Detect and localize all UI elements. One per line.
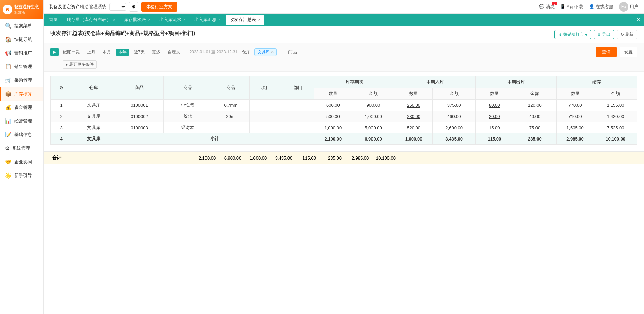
table-body: 1 文具库 0100001 中性笔 0.7mm 600.00 900.00 25… bbox=[51, 100, 637, 145]
app-download-action[interactable]: 📱 App下载 bbox=[560, 4, 583, 10]
th-out-amt: 金额 bbox=[513, 88, 557, 100]
settings-button[interactable]: ⚙ bbox=[129, 2, 138, 12]
tab-close-recv-send-summary[interactable]: × bbox=[258, 18, 260, 22]
date-this-year[interactable]: 本年 bbox=[116, 49, 129, 56]
message-icon: 💬 bbox=[539, 4, 544, 9]
sidebar-item-sales[interactable]: 📋销售管理 bbox=[0, 60, 43, 73]
sidebar-title: 畅捷通好生意 标准版 bbox=[14, 4, 39, 15]
tab-close-inout-flow[interactable]: × bbox=[183, 18, 185, 22]
th-period-in: 本期入库 bbox=[395, 76, 476, 88]
sidebar-item-quick-nav[interactable]: 🏠快捷导航 bbox=[0, 33, 43, 46]
sidebar-label-system: 系统管理 bbox=[12, 145, 30, 151]
goods-more-btn[interactable]: ... bbox=[301, 50, 304, 54]
sidebar-item-system[interactable]: ⚙系统管理 bbox=[0, 142, 43, 155]
footer-in-amt: 3,435.00 bbox=[270, 155, 297, 161]
cell-in-amt: 375.00 bbox=[432, 100, 476, 111]
th-goods-spec: 商品 bbox=[212, 76, 250, 100]
th-in-qty: 数量 bbox=[395, 88, 433, 100]
sidebar: 6 畅捷通好生意 标准版 🔍搜索菜单🏠快捷导航📢营销推广📋销售管理🛒采购管理📦库… bbox=[0, 0, 44, 314]
sidebar-header: 6 畅捷通好生意 标准版 bbox=[0, 0, 43, 19]
date-this-month[interactable]: 本月 bbox=[100, 49, 114, 56]
tab-inout-summary[interactable]: 出入库汇总× bbox=[190, 15, 225, 25]
cell-no: 2 bbox=[51, 111, 72, 122]
sidebar-item-guide[interactable]: 🌟新手引导 bbox=[0, 169, 43, 182]
sidebar-item-collab[interactable]: 🤝企业协同 bbox=[0, 155, 43, 169]
expand-conditions-btn[interactable]: ▾ 展开更多条件 bbox=[63, 60, 97, 69]
cell-in-qty[interactable]: 230.00 bbox=[395, 111, 433, 122]
tab-inout-flow[interactable]: 出入库流水× bbox=[155, 15, 189, 25]
trial-button[interactable]: 体验行业方案 bbox=[141, 2, 177, 12]
tab-recv-send-summary[interactable]: 收发存汇总表× bbox=[226, 15, 264, 25]
sidebar-item-marketing[interactable]: 📢营销推广 bbox=[0, 46, 43, 60]
tab-label-inventory-dist: 现存量（库存分布表） bbox=[67, 17, 111, 23]
export-button[interactable]: ⬇ 导出 bbox=[594, 30, 614, 39]
tab-inventory-dist[interactable]: 现存量（库存分布表）× bbox=[63, 15, 119, 25]
sidebar-item-search[interactable]: 🔍搜索菜单 bbox=[0, 19, 43, 33]
warehouse-tag-close[interactable]: × bbox=[271, 50, 274, 54]
cell-project bbox=[250, 122, 282, 133]
filter-toggle[interactable]: ▶ bbox=[50, 48, 59, 56]
cell-in-qty[interactable]: 250.00 bbox=[395, 100, 433, 111]
sidebar-label-guide: 新手引导 bbox=[14, 172, 32, 179]
cell-open-amt: 900.00 bbox=[352, 100, 395, 111]
sidebar-label-marketing: 营销推广 bbox=[14, 50, 32, 56]
date-7days[interactable]: 近7天 bbox=[131, 49, 147, 56]
online-service-action[interactable]: 👤 在线客服 bbox=[589, 4, 613, 10]
refresh-button[interactable]: ↻ 刷新 bbox=[617, 30, 637, 39]
cell-no: 1 bbox=[51, 100, 72, 111]
cell-out-qty[interactable]: 20.00 bbox=[476, 111, 513, 122]
footer-label: 合计 bbox=[52, 155, 195, 161]
user-action[interactable]: Ea 用户 bbox=[619, 2, 639, 12]
sidebar-item-inventory[interactable]: 📦库存核算 bbox=[0, 87, 43, 101]
sidebar-label-sales: 销售管理 bbox=[14, 64, 32, 70]
footer-open-qty: 2,100.00 bbox=[195, 155, 219, 161]
subtotal-open-amt: 6,900.00 bbox=[352, 133, 395, 145]
messages-action[interactable]: 💬 消息 6 bbox=[539, 4, 555, 10]
query-button[interactable]: 查询 bbox=[596, 47, 617, 57]
sidebar-item-basic-info[interactable]: 📝基础信息 bbox=[0, 128, 43, 142]
tab-home[interactable]: 首页 bbox=[45, 15, 62, 25]
sidebar-label-collab: 企业协同 bbox=[14, 159, 32, 165]
sidebar-item-finance[interactable]: 💰资金管理 bbox=[0, 101, 43, 114]
subtotal-in-qty[interactable]: 1,000.00 bbox=[395, 133, 433, 145]
goods-filter-label: 商品 bbox=[288, 49, 297, 55]
warehouse-more-btn[interactable]: ... bbox=[281, 50, 284, 54]
cell-out-qty[interactable]: 80.00 bbox=[476, 100, 513, 111]
cell-name: 胶水 bbox=[164, 111, 212, 122]
sidebar-label-search: 搜索菜单 bbox=[14, 23, 32, 29]
finance-icon: 💰 bbox=[5, 104, 12, 111]
subtotal-bal-qty: 2,985.00 bbox=[556, 133, 594, 145]
cell-warehouse: 文具库 bbox=[72, 122, 115, 133]
subtotal-out-amt: 235.00 bbox=[513, 133, 557, 145]
footer-bal-amt: 10,100.00 bbox=[372, 155, 399, 161]
collab-icon: 🤝 bbox=[5, 159, 12, 165]
th-open-amt: 金额 bbox=[352, 88, 395, 100]
user-label: 用户 bbox=[630, 4, 639, 10]
tab-close-batch[interactable]: × bbox=[148, 18, 150, 22]
subtotal-out-qty[interactable]: 115.00 bbox=[476, 133, 513, 145]
date-custom[interactable]: 自定义 bbox=[165, 49, 183, 56]
sidebar-label-basic-info: 基础信息 bbox=[14, 132, 32, 138]
basic-info-icon: 📝 bbox=[5, 132, 12, 138]
date-more[interactable]: 更多 bbox=[149, 49, 163, 56]
system-select[interactable] bbox=[109, 3, 126, 11]
print-button[interactable]: 🖨 拨销版打印 ▾ bbox=[554, 30, 591, 39]
warehouse-filter-label: 仓库 bbox=[242, 49, 250, 55]
tab-close-inventory-dist[interactable]: × bbox=[113, 18, 115, 22]
subtotal-row: 4 文具库 小计 2,100.00 6,900.00 1,000.00 3,43… bbox=[51, 133, 637, 145]
sidebar-item-purchase[interactable]: 🛒采购管理 bbox=[0, 73, 43, 87]
operations-icon: 📊 bbox=[5, 118, 12, 124]
table-setting-button[interactable]: 设置 bbox=[620, 47, 637, 57]
cell-out-qty[interactable]: 15.00 bbox=[476, 122, 513, 133]
th-settings[interactable]: ⚙ bbox=[51, 76, 72, 100]
warehouse-tag: 文具库 × bbox=[254, 48, 277, 56]
cell-in-qty[interactable]: 520.00 bbox=[395, 122, 433, 133]
date-options: 上月 本月 本年 近7天 更多 自定义 bbox=[84, 49, 183, 56]
main-content: 装备及固定资产辅助管理系统 ⚙ 体验行业方案 💬 消息 6 📱 App下载 👤 … bbox=[44, 0, 644, 314]
tab-close-inout-summary[interactable]: × bbox=[218, 18, 220, 22]
sidebar-item-operations[interactable]: 📊经营管理 bbox=[0, 114, 43, 128]
date-last-month[interactable]: 上月 bbox=[84, 49, 98, 56]
tab-batch[interactable]: 库存批次账× bbox=[120, 15, 154, 25]
tab-label-inout-summary: 出入库汇总 bbox=[194, 17, 216, 23]
tab-bar-close-btn[interactable]: × bbox=[634, 17, 643, 23]
